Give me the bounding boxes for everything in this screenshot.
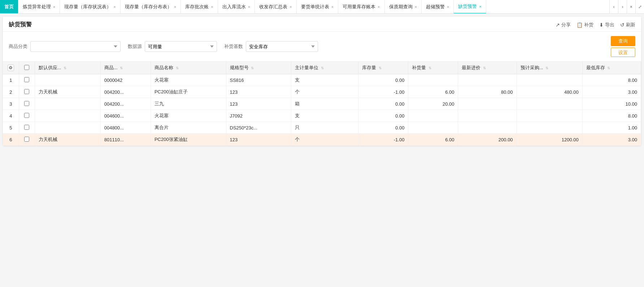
export-button[interactable]: ⬇ 导出 [599, 22, 614, 28]
top-navigation: 首页 炼货异常处理 × 现存量（库存状况表） × 现存量（库存分布表） × 库存… [0, 0, 644, 14]
row-supplement [408, 110, 458, 122]
row-checkbox-cell [19, 134, 35, 146]
row-supplier [35, 98, 100, 110]
row-num: 1 [3, 74, 19, 86]
col-supplement: 补货量 ⇅ [408, 62, 458, 74]
filter-base-select[interactable]: 安全库存 最低库存 [246, 41, 318, 52]
page-title: 缺货预警 [9, 21, 32, 28]
nav-tab-3-label: 现存量（库存分布表） [125, 4, 172, 10]
close-icon[interactable]: × [113, 5, 116, 9]
col-product-code: 商品... ⇅ [100, 62, 151, 74]
select-all-checkbox[interactable] [24, 65, 29, 70]
nav-tab-4[interactable]: 库存批次账 × [181, 0, 218, 14]
table-row: 1 0000042 火花塞 SS816 支 0.00 8.00 [3, 74, 641, 86]
nav-tab-3[interactable]: 现存量（库存分布表） × [121, 0, 181, 14]
row-supplier [35, 122, 100, 134]
filter-datasource-select[interactable]: 可用量 库存量 [145, 41, 217, 52]
header-actions: ↗ 分享 📋 补货 ⬇ 导出 ↺ 刷新 [556, 22, 635, 28]
nav-tab-8[interactable]: 可用量库存账本 × [338, 0, 384, 14]
table-row: 3 004200... 三九 123 箱 0.00 20.00 10.00 [3, 98, 641, 110]
nav-next-arrow[interactable]: › [618, 0, 627, 14]
supplement-button[interactable]: 📋 补货 [576, 22, 593, 28]
close-icon[interactable]: × [211, 5, 213, 9]
query-button[interactable]: 查询 [611, 36, 635, 46]
nav-tab-home-label: 首页 [4, 4, 14, 10]
row-latest-price: 80.00 [458, 86, 517, 98]
row-product-name: PC200油缸庄子 [151, 86, 226, 98]
row-supplement: 6.00 [408, 134, 458, 146]
nav-tab-5[interactable]: 出入库流水 × [218, 0, 255, 14]
close-icon[interactable]: × [447, 5, 449, 9]
nav-tab-6-label: 收发存汇总表 [259, 4, 287, 10]
nav-close-arrow[interactable]: × [627, 0, 635, 14]
row-checkbox-cell [19, 122, 35, 134]
col-estimated: 预计采购... ⇅ [517, 62, 582, 74]
row-checkbox[interactable] [24, 77, 29, 82]
nav-tab-5-label: 出入库流水 [222, 4, 246, 10]
row-min-stock: 1.00 [582, 122, 641, 134]
row-checkbox[interactable] [24, 101, 29, 106]
row-latest-price [458, 110, 517, 122]
row-unit: 支 [291, 74, 358, 86]
row-num: 6 [3, 134, 19, 146]
row-estimated: 1200.00 [517, 134, 582, 146]
row-unit: 支 [291, 110, 358, 122]
col-latest-price-label: 最新进价 [462, 65, 480, 70]
row-checkbox[interactable] [24, 113, 29, 118]
row-latest-price [458, 74, 517, 86]
close-icon[interactable]: × [479, 4, 481, 9]
col-product-name-label: 商品名称 [155, 65, 173, 70]
nav-tab-2[interactable]: 现存量（库存状况表） × [60, 0, 120, 14]
sort-icon: ⇅ [120, 66, 123, 70]
row-checkbox-cell [19, 74, 35, 86]
settings-button[interactable]: 设置 [611, 48, 635, 57]
gear-icon[interactable]: ⚙ [8, 65, 14, 71]
row-latest-price [458, 98, 517, 110]
close-icon[interactable]: × [378, 5, 380, 9]
row-checkbox[interactable] [24, 137, 29, 142]
row-supplier [35, 74, 100, 86]
col-supplement-label: 补货量 [412, 65, 426, 70]
row-supplement [408, 122, 458, 134]
row-unit: 只 [291, 122, 358, 134]
sort-icon: ⇅ [176, 66, 179, 70]
refresh-icon: ↺ [620, 22, 625, 28]
row-estimated [517, 74, 582, 86]
nav-tab-home[interactable]: 首页 [0, 0, 18, 14]
filter-category-label: 商品分类 [9, 43, 27, 50]
nav-tab-1[interactable]: 炼货异常处理 × [18, 0, 60, 14]
row-supplier [35, 110, 100, 122]
nav-tab-7[interactable]: 要货单统计表 × [297, 0, 338, 14]
row-product-name: PC200张紧油缸 [151, 134, 226, 146]
row-estimated [517, 110, 582, 122]
row-checkbox[interactable] [24, 125, 29, 130]
nav-tab-10[interactable]: 超储预警 × [422, 0, 454, 14]
refresh-button[interactable]: ↺ 刷新 [620, 22, 635, 28]
row-stock: -1.00 [358, 86, 408, 98]
row-estimated: 480.00 [517, 86, 582, 98]
close-icon[interactable]: × [415, 5, 417, 9]
col-estimated-label: 预计采购... [521, 65, 543, 70]
row-checkbox[interactable] [24, 89, 29, 94]
close-icon[interactable]: × [174, 5, 176, 9]
close-icon[interactable]: × [248, 5, 250, 9]
nav-tab-11[interactable]: 缺货预警 × [454, 0, 486, 14]
row-spec: DS250*23c... [226, 122, 291, 134]
nav-expand-arrow[interactable]: ⤢ [635, 0, 644, 14]
col-unit: 主计量单位 ⇅ [291, 62, 358, 74]
col-product-code-label: 商品... [104, 65, 118, 70]
nav-prev-arrow[interactable]: ‹ [609, 0, 618, 14]
nav-arrows: ‹ › × ⤢ [609, 0, 644, 14]
filter-category-select[interactable] [30, 41, 121, 52]
close-icon[interactable]: × [53, 5, 55, 9]
nav-tab-9[interactable]: 保质期查询 × [385, 0, 422, 14]
share-button[interactable]: ↗ 分享 [556, 22, 571, 28]
row-min-stock: 3.00 [582, 134, 641, 146]
col-spec-label: 规格型号 [230, 65, 249, 70]
filter-datasource-group: 数据源 可用量 库存量 [128, 41, 217, 52]
close-icon[interactable]: × [290, 5, 292, 9]
close-icon[interactable]: × [331, 5, 334, 9]
row-unit: 箱 [291, 98, 358, 110]
export-icon: ⬇ [599, 22, 604, 28]
nav-tab-6[interactable]: 收发存汇总表 × [255, 0, 296, 14]
